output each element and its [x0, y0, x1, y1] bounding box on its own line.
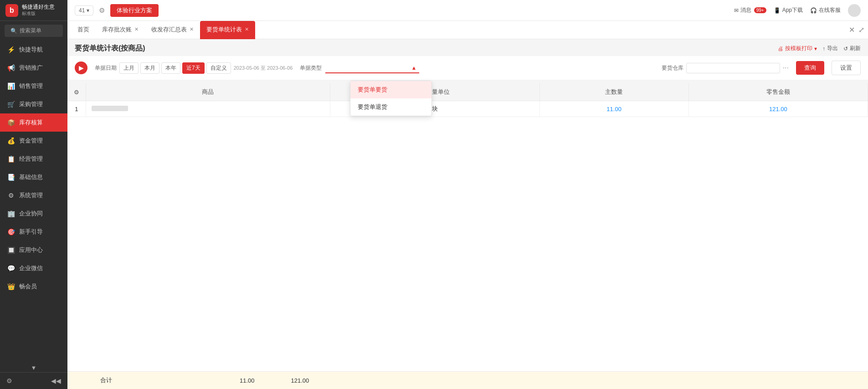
set-button[interactable]: 设置	[832, 61, 861, 75]
type-input-wrapper: ▲	[325, 63, 419, 73]
messages-action[interactable]: ✉ 消息 99+	[734, 6, 766, 14]
date-options: 上月 本月 本年 近7天 自定义	[119, 62, 231, 74]
print-icon: 🖨	[778, 46, 783, 52]
warehouse-dots-icon[interactable]: ···	[783, 64, 789, 72]
print-arrow-icon: ▾	[814, 46, 817, 52]
table-col-settings[interactable]: ⚙	[67, 83, 86, 101]
sidebar-item-quick-nav[interactable]: ⚡ 快捷导航	[0, 41, 67, 59]
main-area: 41 ▾ ⚙ 体验行业方案 ✉ 消息 99+ 📱 App下载 🎧 在线客服	[67, 0, 868, 389]
dropdown-item-0[interactable]: 要货单要货	[350, 81, 431, 98]
refresh-label: 刷新	[850, 45, 861, 52]
date-btn-this-year[interactable]: 本年	[161, 62, 180, 74]
basic-label: 基础信息	[19, 173, 43, 181]
collapse-icon[interactable]: ◀◀	[51, 377, 61, 384]
logo-icon: b	[5, 4, 18, 17]
app-center-label: 应用中心	[19, 246, 43, 254]
refresh-icon: ↺	[843, 46, 848, 52]
row-product	[86, 101, 330, 117]
type-input-arrow-icon[interactable]: ▲	[411, 65, 416, 71]
warehouse-filter-input[interactable]	[686, 63, 780, 73]
tab-order-stats[interactable]: 要货单统计表 ✕	[200, 21, 255, 39]
tabs-bar: 首页 库存批次账 ✕ 收发存汇总表 ✕ 要货单统计表 ✕ ✕ ⤢	[67, 21, 868, 39]
system-icon: ⚙	[6, 191, 15, 200]
header-right: ✉ 消息 99+ 📱 App下载 🎧 在线客服	[734, 4, 861, 17]
sidebar-item-inventory[interactable]: 📦 库存核算	[0, 113, 67, 132]
sidebar-item-guide[interactable]: 🎯 新手引导	[0, 223, 67, 241]
sidebar-item-marketing[interactable]: 📢 营销推广	[0, 59, 67, 77]
trial-button[interactable]: 体验行业方案	[110, 4, 159, 17]
sidebar-item-purchase[interactable]: 🛒 采购管理	[0, 95, 67, 113]
date-btn-7days[interactable]: 近7天	[182, 62, 205, 74]
sidebar-item-finance[interactable]: 💰 资金管理	[0, 132, 67, 150]
user-avatar[interactable]	[848, 4, 861, 17]
sidebar-item-basic[interactable]: 📑 基础信息	[0, 168, 67, 186]
tab-receipt-summary-close[interactable]: ✕	[190, 26, 194, 32]
member-label: 畅会员	[19, 282, 37, 291]
sidebar-item-app-center[interactable]: 🔲 应用中心	[0, 241, 67, 259]
sidebar-item-operations[interactable]: 📋 经营管理	[0, 150, 67, 168]
sidebar-scroll-down[interactable]: ▼	[0, 363, 67, 372]
app-download-label: App下载	[782, 6, 803, 14]
message-icon: ✉	[734, 7, 739, 14]
search-menu[interactable]: 🔍 搜索菜单	[5, 25, 63, 37]
tab-inventory-batch-close[interactable]: ✕	[134, 26, 139, 32]
tab-close-all-icon[interactable]: ✕	[849, 26, 855, 34]
footer-quantity: 11.00	[240, 377, 255, 384]
footer-values: 11.00 121.00	[240, 377, 309, 384]
sidebar-item-wechat[interactable]: 💬 企业微信	[0, 259, 67, 277]
header-settings-icon[interactable]: ⚙	[99, 6, 105, 15]
company-selector-value: 41	[79, 7, 85, 14]
date-btn-last-month[interactable]: 上月	[119, 62, 139, 74]
app-name: 畅捷通好生意	[22, 4, 55, 11]
filter-toggle-button[interactable]: ▶	[75, 61, 87, 74]
app-download-action[interactable]: 📱 App下载	[774, 6, 803, 14]
print-button[interactable]: 🖨 按模板打印 ▾	[778, 45, 817, 52]
tab-home[interactable]: 首页	[71, 21, 96, 39]
tabs-actions: ✕ ⤢	[849, 26, 868, 34]
app-version: 标准版	[22, 10, 55, 17]
expand-icon: ▶	[79, 64, 84, 72]
sidebar-item-system[interactable]: ⚙ 系统管理	[0, 186, 67, 205]
date-btn-custom[interactable]: 自定义	[206, 62, 231, 74]
date-filter-label: 单据日期	[95, 64, 117, 72]
type-filter-input[interactable]	[325, 63, 419, 73]
tab-expand-icon[interactable]: ⤢	[858, 26, 864, 34]
operations-icon: 📋	[6, 154, 15, 164]
marketing-label: 营销推广	[19, 64, 43, 72]
tab-inventory-batch[interactable]: 库存批次账 ✕	[96, 21, 145, 39]
query-button[interactable]: 查询	[796, 61, 824, 75]
page-header-actions: 🖨 按模板打印 ▾ ↑ 导出 ↺ 刷新	[778, 45, 861, 52]
marketing-icon: 📢	[6, 63, 15, 72]
footer-label: 合计	[73, 376, 112, 384]
enterprise-label: 企业协同	[19, 210, 43, 218]
table-row: 1 块 11.00 121.00	[67, 101, 868, 117]
online-service-action[interactable]: 🎧 在线客服	[810, 6, 841, 14]
warehouse-filter-label: 要货仓库	[662, 64, 683, 72]
company-selector[interactable]: 41 ▾	[75, 5, 93, 15]
type-filter-label: 单据类型	[300, 64, 322, 72]
date-btn-this-month[interactable]: 本月	[140, 62, 159, 74]
top-header: 41 ▾ ⚙ 体验行业方案 ✉ 消息 99+ 📱 App下载 🎧 在线客服	[67, 0, 868, 21]
tab-receipt-summary-label: 收发存汇总表	[151, 26, 187, 34]
sales-icon: 📊	[6, 82, 15, 91]
tab-order-stats-close[interactable]: ✕	[245, 26, 249, 32]
export-button[interactable]: ↑ 导出	[822, 45, 838, 52]
row-amount: 121.00	[688, 101, 868, 117]
tab-receipt-summary[interactable]: 收发存汇总表 ✕	[145, 21, 200, 39]
settings-icon[interactable]: ⚙	[6, 377, 12, 384]
search-icon: 🔍	[10, 28, 17, 34]
sidebar-item-enterprise[interactable]: 🏢 企业协同	[0, 205, 67, 223]
download-icon: 📱	[774, 7, 781, 14]
table-col-amount: 零售金额	[688, 83, 868, 101]
sidebar-item-sales[interactable]: 📊 销售管理	[0, 77, 67, 95]
operations-label: 经营管理	[19, 155, 43, 163]
table-footer: 合计 11.00 121.00	[67, 371, 868, 389]
sidebar-item-member[interactable]: 👑 畅会员	[0, 277, 67, 296]
inventory-label: 库存核算	[19, 118, 43, 127]
date-filter-group: 单据日期 上月 本月 本年 近7天 自定义 2023-05-06 至 2023-…	[95, 62, 293, 74]
page-title: 要货单统计表(按商品)	[75, 44, 145, 53]
export-label: 导出	[827, 45, 838, 52]
dropdown-item-1[interactable]: 要货单退货	[350, 98, 431, 116]
refresh-button[interactable]: ↺ 刷新	[843, 45, 861, 52]
table-col-quantity: 主数量	[539, 83, 688, 101]
